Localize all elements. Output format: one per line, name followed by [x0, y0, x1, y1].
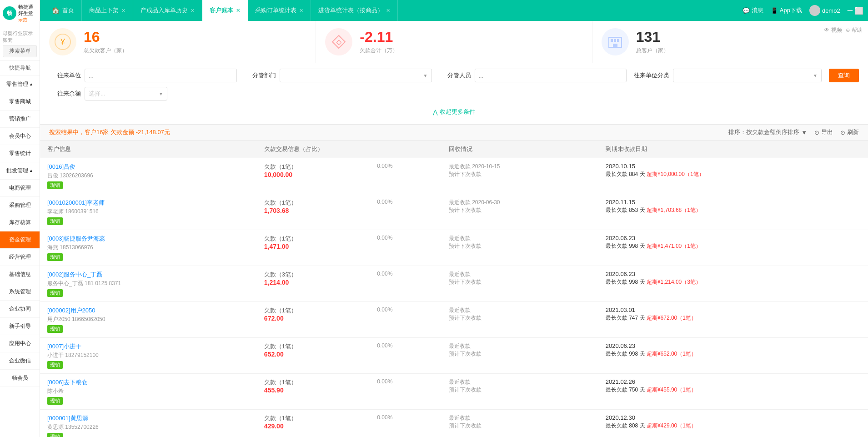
user-avatar[interactable]: demo2	[809, 5, 840, 16]
sidebar-item-inventory[interactable]: 库存核算	[0, 214, 40, 231]
debt-ratio-cell: 0.00%	[370, 266, 441, 302]
collapse-row[interactable]: ⋀ 收起更多条件	[49, 105, 859, 119]
view-btn[interactable]: 👁 视频	[824, 26, 842, 34]
unit-class-select[interactable]: ▼	[673, 69, 822, 82]
debt-ratio-cell: 0.00%	[370, 194, 441, 230]
customer-tag: 现销	[47, 181, 63, 189]
sort-selector[interactable]: 排序：按欠款金额倒序排序 ▼	[728, 128, 807, 136]
sidebar-item-sys-mgmt[interactable]: 系统管理	[0, 283, 40, 301]
tab-close-purchase-order[interactable]: ✕	[299, 8, 303, 14]
sidebar-item-purchase[interactable]: 采购管理	[0, 197, 40, 214]
tab-close-product-history[interactable]: ✕	[191, 8, 195, 14]
customer-link[interactable]: [0016]吕俊	[47, 163, 75, 170]
debt-amount: 1,471.00	[264, 243, 363, 250]
tab-close-customer-account[interactable]: ✕	[236, 8, 240, 14]
filter-from-unit: 往来单位 ...	[49, 69, 237, 82]
customer-info-cell: [0006]去下粮仓 陈小希 现销	[40, 374, 257, 410]
dept-select[interactable]: ▼	[280, 69, 432, 82]
unit-class-label: 往来单位分类	[634, 71, 669, 80]
balance-select[interactable]: 选择... ▼	[85, 87, 167, 100]
sidebar-item-retail-mall[interactable]: 零售商城	[0, 93, 40, 111]
customer-link[interactable]: [000002]用户2050	[47, 307, 95, 314]
filter-person: 分管人员 ...	[439, 69, 627, 82]
recover-next: 预计下次收款	[449, 422, 591, 430]
recover-last: 最近收款	[449, 235, 591, 242]
recover-next: 预计下次收款	[449, 278, 591, 286]
customer-link[interactable]: [0002]服务中心_丁磊	[47, 271, 102, 278]
customer-phone: 李老师 18600391516	[47, 208, 250, 216]
sidebar-item-corp-wechat[interactable]: 企业微信	[0, 352, 40, 370]
table-row: [000002]用户2050 用户2050 18665062050 现销 欠款（…	[40, 302, 868, 338]
sidebar-item-member[interactable]: 会员中心	[0, 128, 40, 145]
customer-link[interactable]: [0003]畅捷服务尹海蕊	[47, 235, 105, 242]
due-date: 2020.10.15	[606, 163, 861, 170]
tab-product-history[interactable]: 产成品入库单历史✕	[133, 0, 202, 21]
overdue-link[interactable]: 超期¥1,703.68（1笔）	[647, 207, 701, 213]
recover-cell: 最近收款 预计下次收款	[442, 266, 598, 302]
overdue-link[interactable]: 超期¥1,214.00（3笔）	[647, 279, 701, 285]
help-btn[interactable]: ⊙ 帮助	[846, 26, 863, 34]
tab-purchase-stat[interactable]: 进货单统计表（按商品）✕	[311, 0, 398, 21]
tab-customer-account[interactable]: 客户账本✕	[202, 0, 248, 21]
customer-link[interactable]: [0006]去下粮仓	[47, 379, 87, 386]
sidebar-search-button[interactable]: 搜索菜单	[3, 45, 37, 57]
overdue-link[interactable]: 超期¥672.00（1笔）	[647, 315, 697, 321]
table-row: [0002]服务中心_丁磊 服务中心_丁磊 181 0125 8371 现销 欠…	[40, 266, 868, 302]
maximize-icon[interactable]: ⬜	[854, 6, 863, 15]
sort-dropdown-arrow: ▼	[801, 129, 807, 136]
help-icon: ⊙	[846, 27, 850, 33]
customer-phone: 陈小希	[47, 387, 250, 395]
sidebar-item-app-center[interactable]: 应用中心	[0, 335, 40, 352]
debt-info-cell: 欠款（1笔） 455.90	[257, 374, 370, 410]
export-button[interactable]: ⊙ 导出	[814, 128, 833, 136]
from-unit-input[interactable]: ...	[85, 69, 237, 82]
overdue-link[interactable]: 超期¥10,000.00（1笔）	[647, 171, 704, 177]
customer-phone: 海燕 18513066976	[47, 244, 250, 251]
debt-ratio-cell: 0.00%	[370, 338, 441, 374]
customer-link[interactable]: [000001]黄思源	[47, 415, 88, 422]
tab-close-purchase-stat[interactable]: ✕	[386, 8, 390, 14]
chevron-icon: ▲	[29, 168, 33, 173]
refresh-button[interactable]: ⊙ 刷新	[840, 128, 859, 136]
sidebar-item-biz-mgmt[interactable]: 经营管理	[0, 249, 40, 266]
tab-home[interactable]: 🏠首页	[45, 0, 82, 21]
tab-product-online[interactable]: 商品上下架✕	[82, 0, 133, 21]
stat-label-total: 总客户（家）	[636, 47, 859, 55]
stat-overdue-customers: ¥ 16 总欠款客户（家）	[40, 21, 316, 63]
sidebar-item-ecom-mgmt[interactable]: 电商管理	[0, 180, 40, 197]
person-input[interactable]: ...	[475, 69, 627, 82]
customer-tag: 现销	[47, 289, 63, 297]
message-btn[interactable]: 💬 消息	[743, 6, 763, 15]
recover-last: 最近收款 2020-10-15	[449, 163, 591, 171]
sidebar-item-batch-mgmt[interactable]: 批发管理▲	[0, 162, 40, 180]
overdue-link[interactable]: 超期¥1,471.00（1笔）	[647, 243, 701, 249]
recover-last: 最近收款	[449, 414, 591, 422]
sidebar-item-finance[interactable]: 资金管理	[0, 231, 40, 249]
overdue-link[interactable]: 超期¥652.00（1笔）	[647, 351, 697, 357]
sidebar-item-corp-collab[interactable]: 企业协同	[0, 301, 40, 318]
sidebar-item-base-info[interactable]: 基础信息	[0, 266, 40, 283]
stat-label-customers: 总欠款客户（家）	[84, 47, 306, 55]
sidebar-item-vip-member[interactable]: 畅会员	[0, 370, 40, 387]
message-icon: 💬	[743, 7, 750, 14]
customer-info-cell: [000001]黄思源 黄思源 13552700226 现销	[40, 410, 257, 437]
search-button[interactable]: 查询	[829, 69, 859, 82]
due-date: 2020.06.23	[606, 342, 861, 349]
sidebar-item-retail-stat[interactable]: 零售统计	[0, 145, 40, 162]
overdue-link[interactable]: 超期¥429.00（1笔）	[647, 422, 697, 429]
sidebar-quick-nav[interactable]: 快捷导航	[0, 60, 40, 76]
recover-last: 最近收款	[449, 342, 591, 350]
app-download-btn[interactable]: 📱 App下载	[771, 6, 802, 15]
customer-link[interactable]: [0007]小进干	[47, 343, 81, 350]
debt-info-cell: 欠款（1笔） 652.00	[257, 338, 370, 374]
sidebar-item-new-guide[interactable]: 新手引导	[0, 318, 40, 335]
recover-cell: 最近收款 2020-10-15 预计下次收款	[442, 158, 598, 194]
overdue-link[interactable]: 超期¥455.90（1笔）	[647, 387, 697, 393]
tab-purchase-order[interactable]: 采购订单统计表✕	[248, 0, 311, 21]
from-unit-label: 往来单位	[49, 71, 81, 80]
tab-close-product-online[interactable]: ✕	[121, 8, 125, 14]
sidebar-item-retail-mgmt[interactable]: 零售管理▲	[0, 76, 40, 93]
sidebar-item-marketing[interactable]: 营销推广	[0, 111, 40, 128]
customer-link[interactable]: [00010200001]李老师	[47, 199, 105, 206]
minimize-icon[interactable]: ─	[848, 6, 853, 15]
